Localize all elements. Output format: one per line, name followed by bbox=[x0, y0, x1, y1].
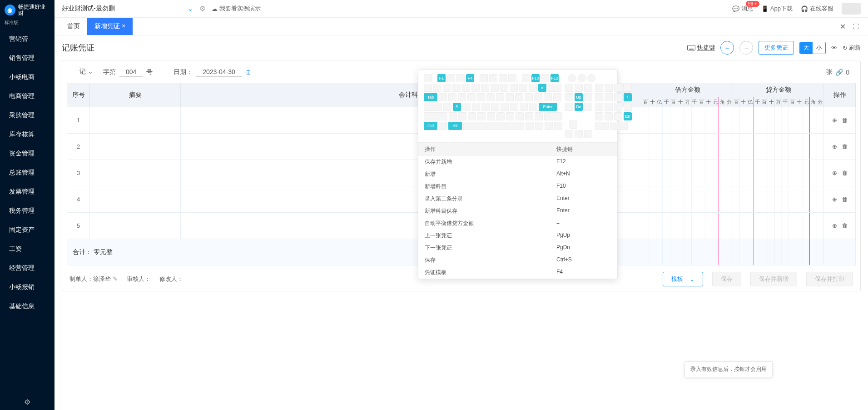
service-label: 在线客服 bbox=[810, 5, 833, 13]
headset-icon: 🎧 bbox=[801, 5, 808, 12]
phone-icon: 📱 bbox=[761, 5, 769, 12]
size-big[interactable]: 大 bbox=[800, 42, 813, 54]
tab-home[interactable]: 首页 bbox=[60, 18, 87, 35]
summary-cell[interactable] bbox=[90, 160, 181, 186]
attachment-icon[interactable]: 🔗 bbox=[835, 69, 843, 76]
debit-cell[interactable] bbox=[642, 134, 733, 160]
tab-new-voucher[interactable]: 新增凭证× bbox=[87, 18, 133, 35]
nav-item[interactable]: 固定资产 bbox=[0, 220, 55, 240]
seq-cell: 5 bbox=[67, 213, 90, 239]
seq-cell: 3 bbox=[67, 160, 90, 186]
settings-gear-icon[interactable]: ⚙ bbox=[0, 394, 55, 410]
avatar[interactable] bbox=[842, 3, 861, 15]
nav-item[interactable]: 营销管 bbox=[0, 30, 55, 49]
credit-cell[interactable] bbox=[733, 134, 824, 160]
op-cell: ⊕🗑 bbox=[824, 107, 856, 134]
fullscreen-icon[interactable]: ⛶ bbox=[849, 20, 863, 34]
voucher-date[interactable]: 2023-04-30 bbox=[196, 67, 242, 77]
msg-badge: 99 + bbox=[746, 1, 759, 7]
nav-item[interactable]: 库存核算 bbox=[0, 125, 55, 144]
nav-item[interactable]: 工资 bbox=[0, 240, 55, 259]
voucher-number[interactable]: 004 bbox=[119, 67, 143, 77]
sidebar: ◉ 畅捷通好业财 标准版 营销管 销售管理 小畅电商 电商管理 采购管理 库存核… bbox=[0, 0, 55, 410]
delete-row-icon[interactable]: 🗑 bbox=[842, 222, 848, 229]
summary-cell[interactable] bbox=[90, 213, 181, 239]
op-cell: ⊕🗑 bbox=[824, 134, 856, 160]
save-print-button: 保存并打印 bbox=[806, 272, 853, 286]
delete-row-icon[interactable]: 🗑 bbox=[842, 143, 848, 150]
summary-cell[interactable] bbox=[90, 107, 181, 134]
nav-item[interactable]: 经营管理 bbox=[0, 259, 55, 278]
nav-item[interactable]: 发票管理 bbox=[0, 182, 55, 201]
voucher-type[interactable]: 记 ⌄ bbox=[73, 67, 99, 77]
credit-cell[interactable] bbox=[733, 186, 824, 213]
debit-cell[interactable] bbox=[642, 186, 733, 213]
refresh-icon: ↻ bbox=[843, 45, 848, 51]
date-label: 日期： bbox=[174, 68, 193, 76]
topbar: 好业财测试-最勿删 ⌄ ⚙ ☁ 我要看实例演示 💬 消息 99 + 📱 App下… bbox=[55, 0, 868, 18]
add-row-icon[interactable]: ⊕ bbox=[832, 222, 837, 229]
gear-icon[interactable]: ⚙ bbox=[199, 5, 205, 13]
preview-icon[interactable]: 👁 bbox=[831, 45, 837, 51]
add-row-icon[interactable]: ⊕ bbox=[832, 143, 837, 150]
nav-item[interactable]: 小畅电商 bbox=[0, 68, 55, 87]
summary-cell[interactable] bbox=[90, 186, 181, 213]
debit-cell[interactable] bbox=[642, 213, 733, 239]
close-all-icon[interactable]: ✕ bbox=[836, 19, 849, 35]
nav: 营销管 销售管理 小畅电商 电商管理 采购管理 库存核算 资金管理 总账管理 发… bbox=[0, 30, 55, 394]
more-vouchers-button[interactable]: 更多凭证 bbox=[759, 41, 794, 55]
debit-cell[interactable] bbox=[642, 160, 733, 186]
nav-item[interactable]: 电商管理 bbox=[0, 87, 55, 106]
messages-button[interactable]: 💬 消息 99 + bbox=[732, 5, 753, 13]
refresh-label: 刷新 bbox=[849, 44, 861, 52]
shortcut-row: 上一张凭证PgUp bbox=[418, 230, 617, 242]
keyboard-visual: F1F4 F10F12 = Tab SEnter bbox=[418, 70, 617, 142]
nav-item[interactable]: 税务管理 bbox=[0, 201, 55, 220]
col-credit: 贷方金额 百十亿千百十万千百十元角分 bbox=[733, 83, 824, 107]
nav-item[interactable]: 基础信息 bbox=[0, 297, 55, 316]
credit-cell[interactable] bbox=[733, 107, 824, 134]
maker: 制单人：徐泽华✎ bbox=[69, 275, 118, 283]
add-row-icon[interactable]: ⊕ bbox=[832, 170, 837, 176]
shortcut-trigger[interactable]: 快捷键 bbox=[687, 44, 715, 52]
size-toggle: 大 小 bbox=[799, 42, 826, 54]
service-button[interactable]: 🎧 在线客服 bbox=[801, 5, 833, 13]
next-voucher-button[interactable]: → bbox=[739, 41, 753, 55]
page-title: 记账凭证 bbox=[62, 42, 94, 53]
nav-item[interactable]: 采购管理 bbox=[0, 106, 55, 125]
template-button[interactable]: 模板 ⌄ bbox=[663, 272, 703, 286]
add-row-icon[interactable]: ⊕ bbox=[832, 196, 837, 203]
nav-item[interactable]: 资金管理 bbox=[0, 144, 55, 163]
type-suffix: 字第 bbox=[103, 68, 116, 76]
summary-cell[interactable] bbox=[90, 134, 181, 160]
add-row-icon[interactable]: ⊕ bbox=[832, 117, 837, 124]
op-cell: ⊕🗑 bbox=[824, 213, 856, 239]
demo-link[interactable]: ☁ 我要看实例演示 bbox=[212, 5, 261, 13]
edit-icon[interactable]: ✎ bbox=[113, 275, 118, 282]
attach-unit: 张 bbox=[826, 68, 833, 76]
refresh-button[interactable]: ↻ 刷新 bbox=[843, 44, 861, 52]
shortcut-label: 快捷键 bbox=[697, 44, 715, 52]
brand-edition: 标准版 bbox=[0, 20, 55, 26]
shortcut-row: 新增科目保存Enter bbox=[418, 205, 617, 217]
size-small[interactable]: 小 bbox=[813, 42, 825, 54]
nav-item[interactable]: 销售管理 bbox=[0, 49, 55, 68]
debit-cell[interactable] bbox=[642, 107, 733, 134]
delete-row-icon[interactable]: 🗑 bbox=[842, 170, 848, 176]
delete-row-icon[interactable]: 🗑 bbox=[842, 117, 848, 124]
tab-close-icon[interactable]: × bbox=[122, 22, 125, 30]
demo-text: 我要看实例演示 bbox=[219, 5, 261, 13]
speaker-icon: ☁ bbox=[212, 5, 218, 12]
credit-cell[interactable] bbox=[733, 213, 824, 239]
nav-item[interactable]: 总账管理 bbox=[0, 163, 55, 182]
delete-row-icon[interactable]: 🗑 bbox=[842, 196, 848, 203]
nav-item[interactable]: 小畅报销 bbox=[0, 278, 55, 297]
org-selector[interactable]: 好业财测试-最勿删 ⌄ bbox=[62, 5, 193, 13]
auditor: 审核人： bbox=[127, 275, 150, 283]
download-button[interactable]: 📱 App下载 bbox=[761, 5, 793, 13]
prev-voucher-button[interactable]: ← bbox=[720, 41, 734, 55]
tpl-label: 模板 bbox=[671, 275, 683, 283]
credit-cell[interactable] bbox=[733, 160, 824, 186]
brand-name: 畅捷通好业财 bbox=[18, 4, 50, 17]
calendar-icon[interactable]: 🗓 bbox=[245, 69, 252, 76]
